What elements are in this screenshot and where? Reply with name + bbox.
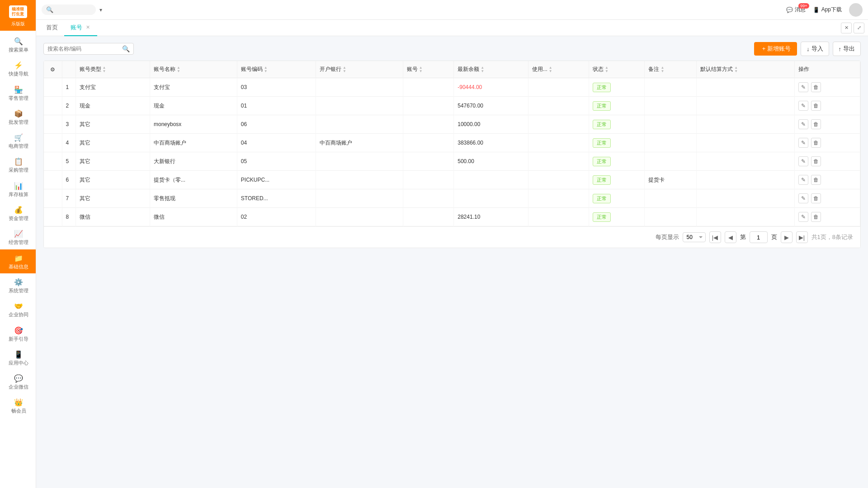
sort-bank[interactable]: 开户银行▲▼ <box>320 66 346 73</box>
cell-actions: ✎ 🗑 <box>794 171 860 189</box>
sort-arrows-code: ▲▼ <box>264 66 268 73</box>
th-status[interactable]: 状态▲▼ <box>589 61 645 78</box>
logo-icon: 稳准狠打生意 <box>9 5 27 18</box>
edit-button[interactable]: ✎ <box>798 101 808 111</box>
cell-usage <box>528 171 589 189</box>
sidebar-item-wechat[interactable]: 💬企业微信 <box>0 370 36 394</box>
sidebar-item-system[interactable]: ⚙️系统管理 <box>0 273 36 297</box>
tab-maximize-button[interactable]: ⤢ <box>854 23 864 33</box>
sidebar-icon-system: ⚙️ <box>14 278 23 286</box>
delete-button[interactable]: 🗑 <box>811 193 821 203</box>
delete-button[interactable]: 🗑 <box>811 119 821 129</box>
cell-status: 正常 <box>589 189 645 208</box>
sidebar-item-guide[interactable]: 🎯新手引导 <box>0 322 36 346</box>
cell-default-settle <box>697 152 795 171</box>
page-number-input[interactable] <box>750 231 768 243</box>
edit-button[interactable]: ✎ <box>798 175 808 185</box>
edit-button[interactable]: ✎ <box>798 193 808 203</box>
delete-button[interactable]: 🗑 <box>811 101 821 111</box>
topbar-search-box[interactable]: 🔍 <box>42 5 96 15</box>
th-code[interactable]: 账号编码▲▼ <box>237 61 316 78</box>
sidebar-item-member[interactable]: 👑畅会员 <box>0 394 36 418</box>
delete-button[interactable]: 🗑 <box>811 156 821 166</box>
tab-close-all-button[interactable]: ✕ <box>841 23 852 33</box>
import-button[interactable]: ↓ 导入 <box>801 42 829 56</box>
search-box[interactable]: 🔍 <box>43 43 134 55</box>
last-page-button[interactable]: ▶| <box>796 231 808 243</box>
th-type[interactable]: 账号类型▲▼ <box>75 61 150 78</box>
th-balance[interactable]: 最新余额▲▼ <box>454 61 528 78</box>
topbar-app-download[interactable]: 📱 App下载 <box>813 6 842 14</box>
delete-button[interactable]: 🗑 <box>811 82 821 92</box>
sort-remark[interactable]: 备注▲▼ <box>648 66 664 73</box>
sidebar-item-basic-info[interactable]: 📁基础信息 <box>0 249 36 273</box>
sidebar-icon-app-center: 📱 <box>14 350 23 359</box>
sidebar-item-app-center[interactable]: 📱应用中心 <box>0 346 36 370</box>
sidebar-item-operation[interactable]: 📈经营管理 <box>0 225 36 249</box>
edit-button[interactable]: ✎ <box>798 82 808 92</box>
sort-account[interactable]: 账号▲▼ <box>407 66 423 73</box>
cell-index: 8 <box>62 208 75 226</box>
delete-button[interactable]: 🗑 <box>811 175 821 185</box>
sidebar-label-ecommerce: 电商管理 <box>9 143 28 149</box>
next-page-button[interactable]: ▶ <box>781 231 793 243</box>
topbar-left: 🔍 ▾ <box>42 5 102 15</box>
th-default_settle[interactable]: 默认结算方式▲▼ <box>697 61 795 78</box>
sort-arrows-status: ▲▼ <box>605 66 609 73</box>
add-account-button[interactable]: + 新增账号 <box>754 42 797 56</box>
sidebar-item-purchase[interactable]: 📋采购管理 <box>0 153 36 177</box>
sidebar-item-search-menu[interactable]: 🔍搜索菜单 <box>0 33 36 56</box>
page-size-select[interactable]: 50 100 200 <box>683 232 706 242</box>
th-name[interactable]: 账号名称▲▼ <box>150 61 237 78</box>
gear-icon[interactable]: ⚙ <box>50 66 55 73</box>
table-row: 6其它提货卡（零...PICKUPC...正常提货卡 ✎ 🗑 <box>44 171 860 189</box>
sort-default_settle[interactable]: 默认结算方式▲▼ <box>700 66 738 73</box>
topbar-search-input[interactable] <box>55 7 91 13</box>
th-gear[interactable]: ⚙ <box>44 61 62 78</box>
cell-name: moneybosx <box>150 115 237 134</box>
delete-button[interactable]: 🗑 <box>811 212 821 222</box>
op-btns: ✎ 🗑 <box>798 175 856 185</box>
sort-status[interactable]: 状态▲▼ <box>593 66 609 73</box>
tab-account[interactable]: 账号✕ <box>64 20 97 36</box>
tab-close-account[interactable]: ✕ <box>85 24 91 30</box>
sidebar-item-inventory[interactable]: 📊库存核算 <box>0 177 36 201</box>
edit-button[interactable]: ✎ <box>798 138 808 148</box>
edit-button[interactable]: ✎ <box>798 212 808 222</box>
delete-button[interactable]: 🗑 <box>811 138 821 148</box>
tab-label-account: 账号 <box>71 23 82 32</box>
sidebar-item-ecommerce[interactable]: 🛒电商管理 <box>0 129 36 153</box>
tab-home[interactable]: 首页 <box>40 20 64 36</box>
sidebar-item-finance[interactable]: 💰资金管理 <box>0 201 36 225</box>
topbar-avatar[interactable] <box>849 3 863 17</box>
first-page-button[interactable]: |◀ <box>709 231 721 243</box>
sort-balance[interactable]: 最新余额▲▼ <box>458 66 484 73</box>
sort-usage[interactable]: 使用...▲▼ <box>532 66 552 73</box>
cell-remark <box>645 208 697 226</box>
status-badge: 正常 <box>593 194 611 203</box>
sort-code[interactable]: 账号编码▲▼ <box>241 66 268 73</box>
sort-type[interactable]: 账号类型▲▼ <box>80 66 106 73</box>
th-bank[interactable]: 开户银行▲▼ <box>316 61 403 78</box>
th-usage[interactable]: 使用...▲▼ <box>528 61 589 78</box>
sidebar-item-retail[interactable]: 🏪零售管理 <box>0 81 36 105</box>
prev-page-button[interactable]: ◀ <box>725 231 736 243</box>
search-input[interactable] <box>47 46 120 52</box>
sidebar-icon-inventory: 📊 <box>14 182 23 190</box>
cell-name: 零售抵现 <box>150 189 237 208</box>
sidebar-item-quick-nav[interactable]: ⚡快捷导航 <box>0 56 36 80</box>
sidebar-label-retail: 零售管理 <box>9 95 28 101</box>
sidebar-item-enterprise[interactable]: 🤝企业协同 <box>0 297 36 321</box>
topbar-dropdown[interactable]: ▾ <box>99 7 102 13</box>
sidebar-logo[interactable]: 稳准狠打生意 乐版版 <box>0 0 36 31</box>
sort-name[interactable]: 账号名称▲▼ <box>154 66 180 73</box>
cell-status: 正常 <box>589 97 645 115</box>
export-button[interactable]: ↑ 导出 <box>833 42 861 56</box>
edit-button[interactable]: ✎ <box>798 156 808 166</box>
cell-type: 其它 <box>75 152 150 171</box>
edit-button[interactable]: ✎ <box>798 119 808 129</box>
sidebar-item-wholesale[interactable]: 📦批发管理 <box>0 105 36 129</box>
th-account[interactable]: 账号▲▼ <box>403 61 453 78</box>
th-remark[interactable]: 备注▲▼ <box>645 61 697 78</box>
topbar-message[interactable]: 💬 消息 99+ <box>786 6 806 14</box>
